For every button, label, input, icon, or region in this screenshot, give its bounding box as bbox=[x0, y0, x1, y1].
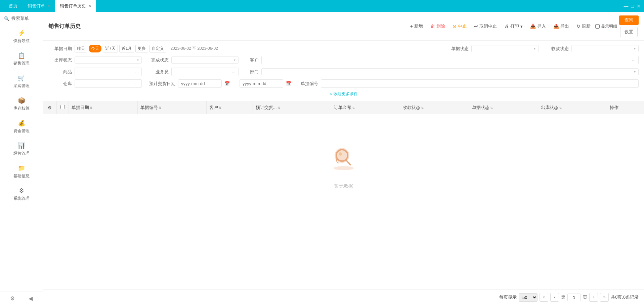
receipt-status-select[interactable]: ▾ bbox=[571, 45, 639, 52]
date-btn-1month[interactable]: 近1月 bbox=[119, 45, 134, 52]
th-date[interactable]: 单据日期 ⇅ bbox=[69, 101, 137, 114]
delete-button[interactable]: 🗑 删除 bbox=[428, 22, 448, 31]
first-page-button[interactable]: « bbox=[540, 293, 548, 302]
product-select[interactable]: ··· bbox=[75, 68, 142, 76]
sidebar-item-purchase[interactable]: 🛒 采购管理 bbox=[0, 70, 43, 93]
svg-point-0 bbox=[334, 166, 354, 170]
stop-button[interactable]: ⊘ 中止 bbox=[450, 22, 469, 31]
expected-date-end[interactable] bbox=[240, 79, 283, 88]
finance-icon: 💰 bbox=[18, 119, 25, 127]
sort-warehouse-icon: ⇅ bbox=[559, 106, 562, 110]
date-btn-today[interactable]: 今天 bbox=[89, 45, 101, 52]
display-columns-checkbox[interactable] bbox=[595, 24, 600, 29]
th-settings[interactable]: ⚙ bbox=[43, 101, 56, 114]
sidebar-search[interactable]: 🔍 搜索菜单 bbox=[0, 12, 43, 25]
inventory-icon: 📦 bbox=[18, 97, 25, 104]
close-history-tab[interactable]: ✕ bbox=[88, 4, 91, 8]
display-columns-toggle[interactable]: 显示明细 bbox=[595, 24, 617, 29]
department-select[interactable]: ▾ bbox=[261, 68, 639, 75]
date-btn-yesterday[interactable]: 昨天 bbox=[75, 45, 87, 52]
calendar-end-icon[interactable]: 📅 bbox=[286, 81, 291, 86]
tab-home[interactable]: 首页 bbox=[3, 0, 23, 12]
sidebar-item-system[interactable]: ⚙ 系统管理 bbox=[0, 183, 43, 205]
table-settings-icon[interactable]: ⚙ bbox=[48, 105, 52, 110]
filter-row-4: 仓库 ··· 预计交货日期 📅 — 📅 单据编号 bbox=[48, 79, 639, 88]
delete-icon: 🗑 bbox=[430, 24, 435, 29]
th-amount[interactable]: 订单金额 ⇅ bbox=[331, 101, 400, 114]
salesperson-select[interactable]: ··· bbox=[171, 68, 239, 76]
data-table: ⚙ 单据日期 ⇅ 单据编号 bbox=[43, 101, 644, 216]
sort-bill-icon: ⇅ bbox=[490, 106, 493, 110]
th-customer[interactable]: 客户 ⇅ bbox=[206, 101, 253, 114]
next-page-button[interactable]: › bbox=[589, 293, 598, 302]
sidebar-item-basic[interactable]: 📁 基础信息 bbox=[0, 160, 43, 183]
new-icon: + bbox=[410, 24, 413, 29]
select-all-checkbox[interactable] bbox=[60, 105, 65, 109]
warehouse-status-select[interactable]: ▾ bbox=[75, 56, 142, 64]
bottom-collapse-icon[interactable]: ◀ bbox=[29, 295, 33, 302]
complete-status-arrow: ▾ bbox=[234, 58, 235, 62]
date-btn-7days[interactable]: 近7天 bbox=[103, 45, 118, 52]
print-button[interactable]: 🖨 打印 ▾ bbox=[502, 22, 525, 31]
export-button[interactable]: 📤 导出 bbox=[551, 22, 572, 31]
sort-expected-icon: ⇅ bbox=[277, 106, 280, 110]
calendar-start-icon[interactable]: 📅 bbox=[224, 81, 230, 86]
prev-page-button[interactable]: ‹ bbox=[550, 293, 559, 302]
th-warehouse-status[interactable]: 出库状态 ⇅ bbox=[538, 101, 607, 114]
setting-button[interactable]: 设置 bbox=[620, 27, 638, 37]
window-close-btn[interactable]: ✕ bbox=[637, 3, 641, 9]
date-btn-custom[interactable]: 自定义 bbox=[149, 45, 166, 52]
sidebar-item-quick-nav[interactable]: ⚡ 快捷导航 bbox=[0, 25, 43, 48]
minimize-btn[interactable]: — bbox=[624, 3, 629, 9]
th-bill-status[interactable]: 单据状态 ⇅ bbox=[469, 101, 538, 114]
customer-label: 客户 bbox=[245, 57, 259, 63]
import-button[interactable]: 📥 导入 bbox=[527, 22, 549, 31]
bill-status-select[interactable]: ▾ bbox=[471, 45, 539, 52]
sidebar-item-sales[interactable]: 📋 销售管理 bbox=[0, 48, 43, 70]
new-button[interactable]: + 新增 bbox=[407, 22, 426, 31]
th-warehouse-status-label: 出库状态 bbox=[541, 105, 558, 111]
warehouse-select[interactable]: ··· bbox=[75, 79, 142, 88]
cancel-stop-icon: ↩ bbox=[474, 24, 478, 29]
th-checkbox[interactable] bbox=[56, 101, 69, 114]
toolbar: + 新增 🗑 删除 ⊘ 中止 ↩ 取消中止 🖨 打印 bbox=[407, 15, 639, 37]
th-expected[interactable]: 预计交货... ⇅ bbox=[253, 101, 331, 114]
sidebar-item-operations[interactable]: 📊 经营管理 bbox=[0, 138, 43, 160]
close-sales-order-tab[interactable]: ✕ bbox=[47, 4, 50, 8]
order-no-label: 单据编号 bbox=[298, 81, 318, 87]
cancel-stop-button[interactable]: ↩ 取消中止 bbox=[471, 22, 500, 31]
sales-order-history-tab-label: 销售订单历史 bbox=[60, 3, 86, 9]
expected-date-start[interactable] bbox=[178, 79, 222, 88]
date-buttons: 昨天 今天 近7天 近1月 更多 自定义 bbox=[75, 45, 166, 52]
th-no[interactable]: 单据编号 ⇅ bbox=[137, 101, 206, 114]
main-layout: 🔍 搜索菜单 ⚡ 快捷导航 📋 销售管理 🛒 采购管理 📦 库存核算 💰 资金管… bbox=[0, 12, 644, 305]
maximize-btn[interactable]: □ bbox=[631, 3, 634, 9]
th-receipt-status[interactable]: 收款状态 ⇅ bbox=[400, 101, 469, 114]
page-number-input[interactable] bbox=[567, 294, 581, 301]
print-label: 打印 bbox=[510, 23, 519, 29]
operations-label: 经营管理 bbox=[13, 151, 30, 156]
warehouse-ellipsis[interactable]: ··· bbox=[135, 81, 139, 86]
customer-select[interactable]: ··· bbox=[261, 56, 639, 64]
tab-sales-order-history[interactable]: 销售订单历史 ✕ bbox=[55, 0, 96, 12]
order-no-input[interactable] bbox=[321, 79, 639, 88]
filter-row-1: 单据日期 昨天 今天 近7天 近1月 更多 自定义 2023-06-02 至 2… bbox=[48, 45, 639, 52]
complete-status-select[interactable]: ▾ bbox=[171, 56, 239, 64]
collapse-bar[interactable]: ∧ 收起更多条件 bbox=[48, 91, 639, 97]
tab-sales-order[interactable]: 销售订单 ✕ bbox=[23, 0, 55, 12]
query-button[interactable]: 查询 bbox=[619, 15, 639, 25]
finance-label: 资金管理 bbox=[13, 128, 30, 134]
sidebar-item-inventory[interactable]: 📦 库存核算 bbox=[0, 93, 43, 115]
salesperson-ellipsis[interactable]: ··· bbox=[232, 69, 235, 74]
customer-ellipsis[interactable]: ··· bbox=[632, 58, 636, 63]
refresh-button[interactable]: ↻ 刷新 bbox=[574, 22, 593, 31]
sidebar-item-finance[interactable]: 💰 资金管理 bbox=[0, 115, 43, 138]
page-title: 销售订单历史 bbox=[48, 23, 81, 30]
total-records: 共0页,0条记录 bbox=[611, 294, 639, 300]
page-size-select[interactable]: 50 10 20 100 bbox=[519, 293, 538, 302]
last-page-button[interactable]: » bbox=[600, 293, 609, 302]
new-label: 新增 bbox=[414, 23, 423, 29]
date-btn-more[interactable]: 更多 bbox=[135, 45, 148, 52]
bottom-settings-icon[interactable]: ⚙ bbox=[10, 295, 15, 302]
product-ellipsis[interactable]: ··· bbox=[135, 69, 139, 74]
